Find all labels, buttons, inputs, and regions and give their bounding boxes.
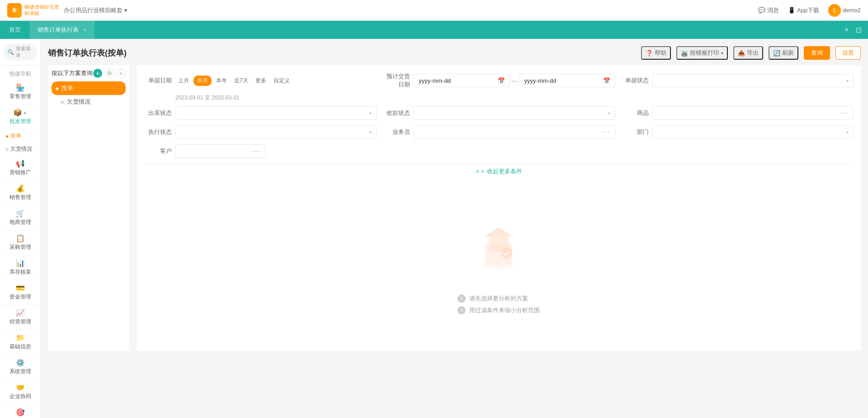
scheme-settings-button[interactable]: ⚙ <box>105 69 114 78</box>
sidebar-search-box[interactable]: 🔍 搜索菜单 <box>4 43 37 61</box>
logo-icon: 财 <box>7 3 22 18</box>
export-icon: 📤 <box>738 50 745 57</box>
salesman-field: 业务员 ··· <box>382 125 615 139</box>
customer-field: 客户 ··· <box>144 144 266 158</box>
outbound-status-label: 出库状态 <box>144 109 175 117</box>
sidebar-sub-debt[interactable]: ○ 欠货情况 <box>0 142 40 156</box>
collapse-more-conditions[interactable]: ∧∧ 收起更多条件 <box>144 163 854 179</box>
outbound-dropdown-icon: ▾ <box>369 111 372 116</box>
query-button[interactable]: 查询 <box>804 46 830 60</box>
outbound-status-control[interactable]: ▾ <box>175 106 377 120</box>
refresh-button[interactable]: 🔄 刷新 <box>769 46 798 60</box>
download-icon: 📱 <box>788 7 795 14</box>
sidebar-sub-scheme[interactable]: ● 按单 <box>0 129 40 142</box>
scheme-sub-debt[interactable]: ○ 欠货情况 <box>52 95 126 109</box>
date-field: 单据日期 上月 本月 本年 近7天 更多 自定义 <box>144 72 377 89</box>
date-quick-tabs: 上月 本月 本年 近7天 更多 自定义 <box>175 76 292 86</box>
expected-date-from[interactable]: yyyy-mm-dd 📅 <box>414 74 509 87</box>
date-tab-thisyear[interactable]: 本年 <box>213 76 230 86</box>
tab-sales-order-exec[interactable]: 销售订单执行表 × <box>30 21 94 39</box>
sidebar-item-collab[interactable]: 🤝 企业协同 <box>0 380 40 404</box>
sidebar-item-retail[interactable]: 🏪 零售管理 <box>0 80 40 104</box>
customer-more-icon[interactable]: ··· <box>252 147 261 155</box>
salesman-more-icon[interactable]: ··· <box>601 128 610 136</box>
main-body: 按以下方案查询 + ⚙ « ● 按单 ○ 欠货情况 <box>48 65 861 351</box>
tab-home[interactable]: 首页 <box>0 21 30 39</box>
dept-dropdown-icon: ▾ <box>846 130 849 135</box>
filter-row-3: 执行状态 ▾ 业务员 ··· <box>144 125 854 139</box>
help-icon: ❓ <box>646 50 653 57</box>
message-button[interactable]: 💬 消息 <box>758 6 779 14</box>
sales-icon: 💰 <box>16 184 25 193</box>
collab-icon: 🤝 <box>16 383 25 392</box>
payment-status-label: 收款状态 <box>382 109 414 117</box>
cal-to-icon: 📅 <box>603 77 610 84</box>
tab-minimize-button[interactable]: × <box>843 24 850 36</box>
sidebar-item-marketing[interactable]: 📢 营销推广 <box>0 156 40 180</box>
hint-num-2: 2 <box>458 306 466 314</box>
date-tab-lastmonth[interactable]: 上月 <box>175 76 192 86</box>
tab-close-icon[interactable]: × <box>83 27 86 33</box>
user-menu[interactable]: E demo2 <box>828 4 861 17</box>
help-button[interactable]: ❓ 帮助 <box>641 46 671 60</box>
sidebar-search-area: 🔍 搜索菜单 <box>0 39 40 66</box>
filter-row-1: 单据日期 上月 本月 本年 近7天 更多 自定义 <box>144 72 854 89</box>
sidebar-item-operation[interactable]: 📈 经营管理 <box>0 305 40 330</box>
sidebar-item-basic[interactable]: 📁 基础信息 <box>0 330 40 355</box>
header-left: 财 畅捷进销好生意 标准版 办公用品行业模拟账套 ▾ <box>7 3 127 18</box>
date-tab-custom[interactable]: 自定义 <box>271 76 292 86</box>
filter-content-inner: 单据日期 上月 本月 本年 近7天 更多 自定义 <box>137 65 861 186</box>
svg-marker-3 <box>485 227 512 236</box>
template-print-button[interactable]: 🖨️ 按模板打印 ▾ <box>676 46 728 60</box>
date-control: 上月 本月 本年 近7天 更多 自定义 <box>175 76 377 86</box>
date-tab-7days[interactable]: 近7天 <box>231 76 251 86</box>
salesman-control[interactable]: ··· <box>414 125 615 139</box>
sidebar-item-purchase[interactable]: 📋 采购管理 <box>0 230 40 255</box>
scheme-add-button[interactable]: + <box>93 69 102 78</box>
page-header: 销售订单执行表(按单) ❓ 帮助 🖨️ 按模板打印 ▾ 📤 导出 <box>48 46 861 60</box>
svg-point-4 <box>501 248 512 259</box>
exec-status-control[interactable]: ▾ <box>175 125 377 139</box>
sidebar-item-system[interactable]: ⚙️ 系统管理 <box>0 355 40 380</box>
sidebar-item-sales[interactable]: 💰 销售管理 <box>0 180 40 205</box>
scheme-item-by-order[interactable]: ● 按单 <box>52 81 126 95</box>
scheme-debt-icon: ○ <box>61 99 64 105</box>
product-control[interactable]: ··· <box>652 106 854 120</box>
empty-illustration <box>472 223 526 285</box>
payment-status-control[interactable]: ▾ <box>414 106 615 120</box>
exec-status-label: 执行状态 <box>144 128 175 136</box>
salesman-label: 业务员 <box>382 128 414 136</box>
doc-status-control[interactable]: ▾ <box>652 74 854 87</box>
system-icon: ⚙️ <box>16 358 25 367</box>
tab-maximize-button[interactable]: ⊡ <box>854 24 863 36</box>
tab-bar: 首页 销售订单执行表 × × ⊡ <box>0 21 868 39</box>
export-button[interactable]: 📤 导出 <box>733 46 763 60</box>
outbound-status-field: 出库状态 ▾ <box>144 106 377 120</box>
expected-date-to[interactable]: yyyy-mm-dd 📅 <box>519 74 615 87</box>
sidebar-item-wholesale[interactable]: 📦 ▲ 批发管理 <box>0 104 40 129</box>
header-right: 💬 消息 📱 App下载 E demo2 <box>758 4 861 17</box>
settings-button[interactable]: 设置 <box>835 46 861 60</box>
hint-num-1: 1 <box>458 294 466 303</box>
scheme-collapse-button[interactable]: « <box>117 69 126 78</box>
product-field: 商品 ··· <box>621 106 854 120</box>
date-tab-thismonth[interactable]: 本月 <box>193 76 212 86</box>
empty-hints: 1 请先选择要分析的方案 2 用过滤条件来缩小分析范围 <box>458 294 540 314</box>
enterprise-selector[interactable]: 办公用品行业模拟账套 ▾ <box>64 6 127 14</box>
print-dropdown-icon: ▾ <box>721 51 723 56</box>
wholesale-icon: 📦 <box>13 108 22 117</box>
sidebar-item-ecommerce[interactable]: 🛒 电商管理 <box>0 205 40 230</box>
app-download-button[interactable]: 📱 App下载 <box>788 6 819 14</box>
sidebar-item-inventory[interactable]: 📊 库存核算 <box>0 255 40 280</box>
product-more-icon[interactable]: ··· <box>840 109 849 117</box>
customer-label: 客户 <box>144 147 175 155</box>
sidebar-item-finance[interactable]: 💳 资金管理 <box>0 280 40 305</box>
sidebar-item-newbie[interactable]: 🎯 新手引导 <box>0 404 40 418</box>
customer-control[interactable]: ··· <box>175 144 266 158</box>
inventory-icon: 📊 <box>16 259 25 267</box>
tab-bar-right: × ⊡ <box>843 24 868 36</box>
sidebar-quick-nav-label: 快捷导航 <box>0 66 40 80</box>
dept-control[interactable]: ▾ <box>652 125 854 139</box>
page-actions: ❓ 帮助 🖨️ 按模板打印 ▾ 📤 导出 🔄 刷新 <box>641 46 861 60</box>
date-tab-more[interactable]: 更多 <box>253 76 269 86</box>
